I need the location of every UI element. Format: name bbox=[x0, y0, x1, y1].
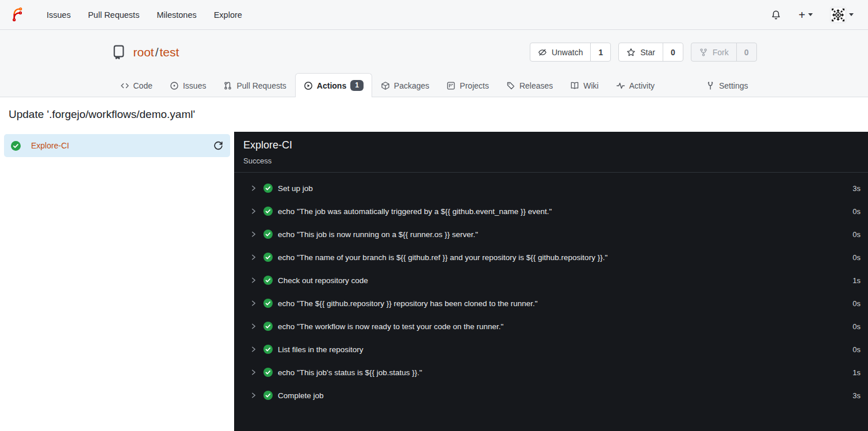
repo-owner-link[interactable]: root bbox=[133, 45, 154, 59]
run-view-columns: Explore-CI Explore-CI Success Set up job… bbox=[0, 132, 868, 431]
chevron-right-icon[interactable] bbox=[250, 231, 257, 238]
step-duration: 0s bbox=[852, 322, 861, 331]
tab-label: Packages bbox=[394, 81, 429, 90]
repo-tabs: Code Issues Pull Requests Actions 1 Pack… bbox=[112, 72, 757, 97]
avatar bbox=[830, 7, 846, 23]
actions-icon bbox=[304, 81, 313, 90]
fork-label: Fork bbox=[713, 48, 729, 57]
step-duration: 3s bbox=[852, 391, 861, 400]
tab-settings[interactable]: Settings bbox=[697, 73, 757, 97]
jobs-sidebar: Explore-CI bbox=[0, 132, 234, 431]
step-label: echo "This job's status is ${{ job.statu… bbox=[278, 368, 422, 377]
star-button-group: Star 0 bbox=[618, 43, 683, 62]
chevron-right-icon[interactable] bbox=[250, 208, 257, 215]
run-status: Success bbox=[243, 157, 859, 165]
tab-activity[interactable]: Activity bbox=[607, 73, 663, 97]
tab-label: Projects bbox=[460, 81, 489, 90]
tab-issues[interactable]: Issues bbox=[161, 73, 215, 97]
tab-label: Code bbox=[133, 81, 152, 90]
nav-issues[interactable]: Issues bbox=[38, 0, 79, 30]
watch-button-group: Unwatch 1 bbox=[530, 43, 611, 62]
chevron-right-icon[interactable] bbox=[250, 346, 257, 353]
tab-label: Settings bbox=[719, 81, 748, 90]
step-label: Set up job bbox=[278, 184, 313, 193]
step-row[interactable]: Check out repository code 1s bbox=[234, 269, 868, 292]
tab-wiki[interactable]: Wiki bbox=[561, 73, 607, 97]
chevron-right-icon[interactable] bbox=[250, 369, 257, 376]
tab-projects[interactable]: Projects bbox=[438, 73, 498, 97]
tab-label: Actions bbox=[317, 81, 346, 90]
nav-pull-requests[interactable]: Pull Requests bbox=[79, 0, 148, 30]
success-icon bbox=[11, 141, 21, 151]
step-label: echo "The name of your branch is ${{ git… bbox=[278, 253, 607, 262]
forgejo-logo-icon[interactable] bbox=[10, 7, 25, 22]
chevron-right-icon[interactable] bbox=[250, 277, 257, 284]
chevron-right-icon[interactable] bbox=[250, 254, 257, 261]
success-icon bbox=[263, 299, 273, 308]
nav-milestones[interactable]: Milestones bbox=[148, 0, 205, 30]
star-label: Star bbox=[640, 48, 655, 57]
packages-icon bbox=[381, 81, 390, 90]
repo-name-link[interactable]: test bbox=[160, 45, 179, 59]
nav-explore[interactable]: Explore bbox=[205, 0, 251, 30]
tab-actions[interactable]: Actions 1 bbox=[295, 73, 372, 97]
step-label: List files in the repository bbox=[278, 345, 364, 354]
chevron-right-icon[interactable] bbox=[250, 300, 257, 307]
watchers-count[interactable]: 1 bbox=[590, 43, 610, 61]
step-row[interactable]: echo "This job's status is ${{ job.statu… bbox=[234, 361, 868, 384]
code-icon bbox=[120, 81, 129, 90]
notifications-bell-icon[interactable] bbox=[766, 7, 786, 22]
step-row[interactable]: echo "This job is now running on a ${{ r… bbox=[234, 223, 868, 246]
chevron-right-icon[interactable] bbox=[250, 323, 257, 330]
step-label: echo "The workflow is now ready to test … bbox=[278, 322, 503, 331]
step-row[interactable]: Set up job 3s bbox=[234, 177, 868, 200]
unwatch-button[interactable]: Unwatch bbox=[530, 43, 590, 61]
refresh-icon[interactable] bbox=[213, 141, 223, 151]
step-row[interactable]: Complete job 3s bbox=[234, 384, 868, 407]
step-duration: 1s bbox=[852, 368, 861, 377]
stars-count[interactable]: 0 bbox=[663, 43, 683, 61]
step-duration: 0s bbox=[852, 230, 861, 239]
chevron-down-icon bbox=[849, 13, 854, 16]
steps-list: Set up job 3s echo "The job was automati… bbox=[234, 173, 868, 407]
step-label: echo "The ${{ github.repository }} repos… bbox=[278, 299, 538, 308]
step-duration: 0s bbox=[852, 207, 861, 216]
step-row[interactable]: echo "The job was automatically triggere… bbox=[234, 200, 868, 223]
fork-button-group: Fork 0 bbox=[691, 43, 757, 62]
chevron-down-icon bbox=[808, 13, 813, 16]
step-row[interactable]: List files in the repository 0s bbox=[234, 338, 868, 361]
step-row[interactable]: echo "The workflow is now ready to test … bbox=[234, 315, 868, 338]
create-new-dropdown[interactable]: + bbox=[794, 7, 817, 23]
success-icon bbox=[263, 184, 273, 193]
repo-header-section: root/test Unwatch 1 bbox=[0, 30, 868, 97]
success-icon bbox=[263, 345, 273, 354]
top-navbar: Issues Pull Requests Milestones Explore … bbox=[0, 0, 868, 30]
plus-icon: + bbox=[798, 9, 805, 21]
success-icon bbox=[263, 207, 273, 216]
repo-action-buttons: Unwatch 1 Star 0 bbox=[530, 43, 757, 62]
navbar-right: + bbox=[766, 5, 858, 25]
sidebar-job-explore-ci[interactable]: Explore-CI bbox=[4, 134, 230, 157]
chevron-right-icon[interactable] bbox=[250, 392, 257, 399]
tab-pull-requests[interactable]: Pull Requests bbox=[215, 73, 295, 97]
pull-requests-icon bbox=[223, 81, 232, 90]
repo-title-row: root/test Unwatch 1 bbox=[112, 30, 757, 72]
forks-count: 0 bbox=[736, 43, 756, 61]
page-title: Update '.forgejo/workflows/demo.yaml' bbox=[0, 97, 868, 132]
chevron-right-icon[interactable] bbox=[250, 185, 257, 192]
star-button[interactable]: Star bbox=[619, 43, 663, 61]
success-icon bbox=[263, 368, 273, 377]
step-row[interactable]: echo "The name of your branch is ${{ git… bbox=[234, 246, 868, 269]
tab-code[interactable]: Code bbox=[112, 73, 161, 97]
tab-label: Activity bbox=[629, 81, 655, 90]
success-icon bbox=[263, 322, 273, 331]
step-row[interactable]: echo "The ${{ github.repository }} repos… bbox=[234, 292, 868, 315]
step-duration: 0s bbox=[852, 345, 861, 354]
step-label: Check out repository code bbox=[278, 276, 368, 285]
actions-count-badge: 1 bbox=[350, 80, 364, 90]
activity-icon bbox=[616, 81, 625, 90]
tab-packages[interactable]: Packages bbox=[372, 73, 438, 97]
success-icon bbox=[263, 230, 273, 239]
user-menu-dropdown[interactable] bbox=[825, 5, 858, 25]
tab-releases[interactable]: Releases bbox=[498, 73, 561, 97]
